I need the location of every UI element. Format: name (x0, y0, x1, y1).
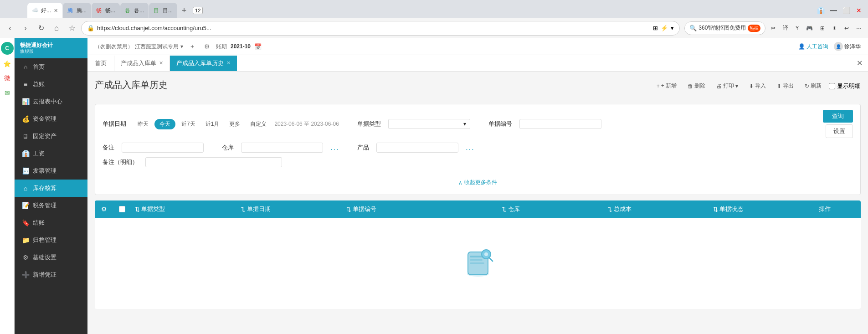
docnum-input[interactable] (519, 119, 601, 129)
collapse-row: ∧ 收起更多条件 (103, 172, 853, 189)
company-select[interactable]: （勿删勿禁用） 江西服宝测试专用 ▾ (95, 43, 183, 51)
th-cost-label: 总成本 (614, 205, 632, 213)
breadcrumb-tab-history[interactable]: 产成品入库单历史 ✕ (169, 56, 237, 71)
game-btn[interactable]: 🎮 (803, 22, 816, 35)
grid-layout-btn[interactable]: ⊞ (817, 22, 827, 35)
sidebar-item-fund[interactable]: 💰 资金管理 (15, 110, 87, 128)
icon-bar-item-3[interactable]: ✉ (2, 87, 13, 98)
date-btn-today[interactable]: 今天 (154, 119, 175, 129)
settings-gear-btn[interactable]: ⚙ (201, 41, 212, 52)
sidebar-item-ledger[interactable]: ≡ 总账 (15, 76, 87, 93)
yuan-btn[interactable]: ¥ (793, 22, 801, 35)
icon-bar-item-2[interactable]: 微 (2, 73, 13, 84)
close-window-btn[interactable]: ✕ (853, 5, 864, 16)
theme-btn[interactable]: ☀ (829, 22, 840, 35)
product-input[interactable] (376, 143, 458, 153)
forward-btn[interactable]: › (19, 22, 32, 35)
th-status[interactable]: ⇅ 单据状态 (709, 200, 815, 218)
import-btn[interactable]: ⬇ 导入 (745, 80, 770, 92)
sidebar-item-basic[interactable]: ⚙ 基础设置 (15, 249, 87, 266)
icon-bar: C ⭐ 微 ✉ (0, 38, 15, 334)
query-btn[interactable]: 查询 (823, 110, 853, 123)
doctype-select[interactable]: ▾ (388, 119, 470, 129)
sidebar-item-invoice[interactable]: 🧾 发票管理 (15, 162, 87, 180)
icon-bar-item-1[interactable]: ⭐ (2, 58, 13, 69)
warehouse-dots-btn[interactable]: ... (330, 144, 339, 152)
star-btn[interactable]: ☆ (66, 22, 78, 35)
translate-btn[interactable]: 译 (780, 22, 791, 35)
th-cost[interactable]: ⇅ 总成本 (604, 200, 709, 218)
remark-detail-input[interactable] (145, 157, 282, 167)
show-detail-checkbox[interactable] (829, 83, 835, 89)
print-btn[interactable]: 🖨 打印 ▾ (713, 80, 742, 92)
app-logo[interactable]: C (1, 42, 14, 55)
home-btn[interactable]: ⌂ (50, 22, 63, 35)
add-company-btn[interactable]: + (187, 41, 198, 52)
sidebar-item-salary[interactable]: 👔 工资 (15, 145, 87, 162)
th-status-label: 单据状态 (719, 205, 743, 213)
export-btn[interactable]: ⬆ 导出 (773, 80, 797, 92)
sidebar-item-home[interactable]: ⌂ 首页 (15, 58, 87, 76)
breadcrumb-tab-list[interactable]: 产成品入库单 ✕ (114, 56, 169, 71)
select-all-checkbox[interactable] (119, 206, 125, 212)
date-btn-1month[interactable]: 近1月 (201, 119, 224, 129)
th-num[interactable]: ⇅ 单据编号 (343, 200, 498, 218)
sidebar-item-inventory[interactable]: ⌂ 库存核算 (15, 180, 87, 197)
date-btn-more[interactable]: 更多 (225, 119, 244, 129)
new-tab-button[interactable]: + (178, 4, 190, 17)
add-btn[interactable]: + + 新增 (653, 80, 680, 92)
date-btn-yesterday[interactable]: 昨天 (134, 119, 153, 129)
user-service-btn[interactable]: 👤 人工咨询 (798, 43, 828, 51)
tab-8[interactable]: ☁️ 好... ✕ (27, 3, 62, 18)
remark-input[interactable] (122, 143, 204, 153)
delete-btn[interactable]: 🗑 删除 (684, 80, 709, 92)
refresh-btn[interactable]: ↻ (35, 22, 47, 35)
breadcrumb-home[interactable]: 首页 (87, 56, 114, 71)
date-btn-7days[interactable]: 近7天 (177, 119, 200, 129)
user-name-area[interactable]: 👤 徐泽华 (834, 42, 861, 51)
th-warehouse[interactable]: ⇅ 仓库 (498, 200, 604, 218)
warehouse-input[interactable] (241, 143, 323, 153)
maximize-btn[interactable]: ⬜ (841, 5, 852, 16)
filter-setting-btn[interactable]: 设置 (826, 124, 853, 138)
remark-label: 备注 (103, 144, 114, 152)
cut-btn[interactable]: ✂ (768, 22, 778, 35)
tab-12[interactable]: 目 目... (149, 3, 177, 18)
product-dots-btn[interactable]: ... (466, 144, 474, 152)
sidebar-item-tax[interactable]: 📝 税务管理 (15, 197, 87, 214)
minimize-btn[interactable]: — (828, 5, 839, 16)
url-bar[interactable]: 🔒 https://cloud.chanjet.com/accounting/u… (81, 21, 680, 36)
tab-close-8[interactable]: ✕ (54, 8, 58, 14)
more-btn[interactable]: ⋯ (853, 22, 864, 35)
search-bar[interactable]: 🔍 360智能抠图免费用 热搜 (684, 21, 765, 35)
collapse-btn[interactable]: ∧ 收起更多条件 (458, 179, 497, 186)
th-gear[interactable]: ⚙ (95, 201, 113, 217)
warehouse-label: 仓库 (222, 144, 234, 152)
grid-icon: ⊞ (653, 25, 658, 31)
th-check[interactable] (113, 201, 131, 217)
sidebar-item-report[interactable]: 📊 云报表中心 (15, 93, 87, 110)
home-icon: ⌂ (22, 63, 29, 71)
refresh-btn-toolbar[interactable]: ↻ 刷新 (801, 80, 825, 92)
sidebar-item-fixed[interactable]: 🖥 固定资产 (15, 128, 87, 145)
tab-count[interactable]: 12 (193, 7, 203, 14)
back-btn[interactable]: ‹ (4, 22, 16, 35)
sidebar-item-checkout[interactable]: 🔖 结账 (15, 214, 87, 231)
date-btn-custom[interactable]: 自定义 (246, 119, 271, 129)
breadcrumb-tab-history-close[interactable]: ✕ (226, 60, 231, 66)
restore-btn[interactable]: 👔 (815, 5, 826, 16)
collapse-label: 收起更多条件 (464, 179, 497, 186)
tab-10[interactable]: 畅 畅... (92, 3, 120, 18)
tab-11[interactable]: 各 各... (120, 3, 149, 18)
sidebar-item-newdoc[interactable]: ➕ 新增凭证 (15, 266, 87, 283)
th-type[interactable]: ⇅ 单据类型 (131, 200, 237, 218)
query-area: 查询 设置 (823, 110, 853, 138)
close-panel-btn[interactable]: ✕ (851, 55, 868, 71)
svg-line-6 (489, 257, 493, 261)
breadcrumb-tab-list-close[interactable]: ✕ (159, 60, 163, 66)
print-chevron-icon: ▾ (735, 83, 738, 89)
undo-btn[interactable]: ↩ (842, 22, 852, 35)
th-date[interactable]: ⇅ 单据日期 (237, 200, 343, 218)
sidebar-item-archive[interactable]: 📁 归档管理 (15, 231, 87, 249)
tab-9[interactable]: 腾 腾... (63, 3, 91, 18)
